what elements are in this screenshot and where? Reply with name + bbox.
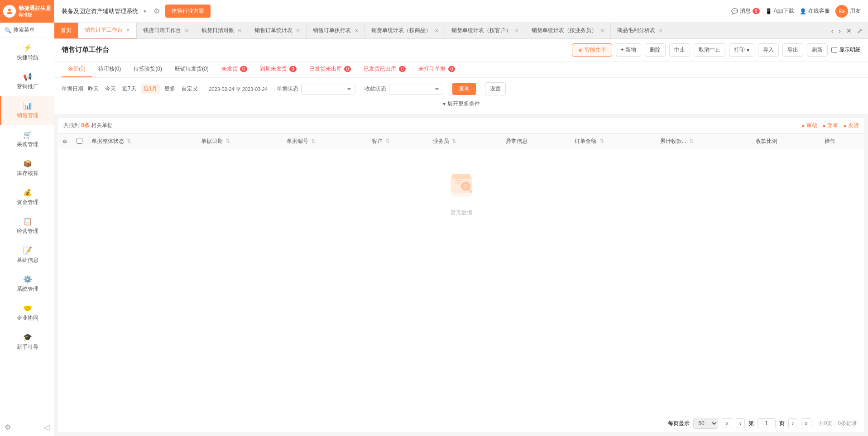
ship-action-btn[interactable]: ● 发货	[844, 122, 859, 129]
tab-close-icon4[interactable]: ✕	[296, 28, 300, 33]
date-opt-1month[interactable]: 近1月	[141, 84, 160, 94]
stop-btn[interactable]: 中止	[669, 43, 690, 57]
app-download-btn[interactable]: 📱 App下载	[765, 7, 794, 15]
sidebar-item-operations[interactable]: 📋 经营管理	[0, 212, 54, 241]
sub-tab-pending-inspect[interactable]: 待拣验货(0)	[127, 62, 168, 77]
sub-tab-all[interactable]: 全部(0)	[62, 62, 92, 77]
tab-close-icon5[interactable]: ✕	[355, 28, 358, 33]
sub-tab-not-printed[interactable]: 未打印单据 0	[412, 62, 461, 77]
tab-sales-stats-staff[interactable]: 销货单统计表（按业务员） ✕	[525, 23, 611, 39]
tab-close-icon[interactable]: ✕	[126, 28, 130, 33]
tab-close-all-btn[interactable]: ✕	[844, 26, 854, 35]
tab-sales-stats-customer[interactable]: 销货单统计表（按客户） ✕	[445, 23, 525, 39]
sidebar-item-inventory[interactable]: 📦 库存核算	[0, 154, 54, 183]
sub-tab-overdue[interactable]: 到期未发货 0	[254, 62, 303, 77]
page-input[interactable]	[758, 418, 776, 428]
column-settings-icon[interactable]: ⚙	[62, 138, 67, 145]
sub-tab-not-shipped[interactable]: 未发货 0	[215, 62, 254, 77]
tab-product-margin[interactable]: 商品毛利分析表 ✕	[611, 23, 669, 39]
date-opt-custom[interactable]: 自定义	[180, 84, 200, 94]
th-actions: 操作	[820, 134, 864, 149]
next-page-btn[interactable]: ›	[788, 418, 797, 428]
sort-status-icon[interactable]: ⇅	[127, 138, 131, 144]
import-btn[interactable]: 导入	[758, 43, 779, 57]
tab-cash-daily[interactable]: 钱货日清工作台 ✕	[137, 23, 195, 39]
sub-tab-shipped-out[interactable]: 已发货已出库 0	[357, 62, 412, 77]
tab-maximize-btn[interactable]: ⤢	[855, 26, 864, 35]
sub-tab-wangpu[interactable]: 旺铺待发货(0)	[168, 62, 215, 77]
sub-tab-pending-review[interactable]: 待审核(0)	[92, 62, 128, 77]
sort-collected-icon[interactable]: ⇅	[689, 138, 694, 144]
export-btn[interactable]: 导出	[782, 43, 803, 57]
payment-select[interactable]	[389, 84, 443, 95]
refresh-btn[interactable]: 刷新	[807, 43, 828, 57]
prev-page-btn[interactable]: ‹	[736, 418, 745, 428]
search-btn[interactable]: 查询	[452, 83, 476, 95]
review-action-btn[interactable]: ● 审核	[801, 122, 817, 129]
settings-icon[interactable]: ⚙	[153, 7, 160, 15]
sidebar-item-sales[interactable]: 📊 销售管理	[0, 96, 54, 125]
sort-customer-icon[interactable]: ⇅	[385, 138, 390, 144]
tab-close-icon3[interactable]: ✕	[238, 28, 241, 33]
sort-amount-icon[interactable]: ⇅	[599, 138, 604, 144]
expand-more-btn[interactable]: ▾ 展开更多条件	[62, 98, 861, 109]
date-opt-today[interactable]: 今天	[103, 84, 118, 94]
sidebar-item-search[interactable]: 🔍 搜索菜单	[0, 23, 54, 38]
tab-home[interactable]: 首页	[54, 23, 78, 39]
status-select[interactable]	[301, 84, 355, 95]
sidebar-item-new-user[interactable]: 🎓 新手引导	[0, 327, 54, 356]
tab-close-icon7[interactable]: ✕	[515, 28, 518, 33]
tab-close-icon9[interactable]: ✕	[659, 28, 662, 33]
settings-bottom-icon[interactable]: ⚙	[5, 423, 11, 431]
date-opt-yesterday[interactable]: 昨天	[86, 84, 101, 94]
tab-close-icon6[interactable]: ✕	[435, 28, 438, 33]
message-btn[interactable]: 💬 消息 6	[731, 7, 760, 15]
add-btn[interactable]: + 新增	[616, 43, 641, 57]
tab-sales-product-label: 销货单统计表（按商品）	[371, 27, 431, 34]
show-detail-checkbox[interactable]	[831, 47, 837, 53]
sub-tab-shipped-not-out[interactable]: 已发货未出库 0	[303, 62, 358, 77]
tab-sales-order-exec[interactable]: 销售订单执行表 ✕	[307, 23, 365, 39]
sort-staff-icon[interactable]: ⇅	[452, 138, 456, 144]
dropdown-arrow-icon[interactable]: ▾	[144, 8, 146, 14]
tab-sales-order-workbench[interactable]: 销售订单工作台 ✕	[78, 23, 137, 39]
show-detail-checkbox-label[interactable]: 显示明细	[831, 46, 861, 54]
date-opt-7days[interactable]: 近7天	[120, 84, 138, 94]
sort-date-icon[interactable]: ⇅	[225, 138, 230, 144]
sidebar-item-quick-nav[interactable]: ⚡ 快捷导航	[0, 38, 54, 67]
tab-next-btn[interactable]: ›	[837, 26, 843, 35]
print-btn[interactable]: 打印 ▾	[729, 43, 754, 57]
shipped-out-badge: 0	[399, 66, 406, 72]
tab-close-icon8[interactable]: ✕	[600, 28, 604, 33]
industry-btn[interactable]: 体验行业方案	[165, 5, 211, 18]
cancel-review-dot: ●	[823, 123, 826, 129]
user-btn[interactable]: Ea 用友	[835, 5, 861, 18]
smart-order-btn[interactable]: ★ 智能生单	[572, 43, 612, 57]
collapse-sidebar-icon[interactable]: ◁	[44, 423, 49, 431]
sidebar-item-purchase[interactable]: 🛒 采购管理	[0, 125, 54, 154]
cancel-review-action-btn[interactable]: ● 弃审	[823, 122, 838, 129]
tab-sales-order-stats[interactable]: 销售订单统计表 ✕	[248, 23, 307, 39]
tab-sales-stats-product[interactable]: 销货单统计表（按商品） ✕	[365, 23, 445, 39]
first-page-btn[interactable]: «	[722, 418, 732, 428]
sidebar-item-base-info[interactable]: 📝 基础信息	[0, 241, 54, 270]
online-service-btn[interactable]: 👤 在线客服	[800, 7, 830, 15]
sub-tab-pending-inspect-label: 待拣验货(0)	[134, 66, 162, 72]
count-suffix: 相关单据	[91, 122, 113, 128]
sidebar-item-system[interactable]: ⚙️ 系统管理	[0, 270, 54, 299]
sidebar-item-corp-collab[interactable]: 🤝 企业协同	[0, 299, 54, 327]
tab-close-icon2[interactable]: ✕	[185, 28, 188, 33]
cancel-stop-btn[interactable]: 取消中止	[694, 43, 725, 57]
page-size-select[interactable]: 50 20 100	[693, 418, 718, 429]
th-number-label: 单据编号	[287, 138, 308, 144]
filter-settings-btn[interactable]: 设置	[485, 82, 506, 95]
date-opt-more[interactable]: 更多	[163, 84, 177, 94]
sidebar-item-finance[interactable]: 💰 资金管理	[0, 183, 54, 212]
sidebar-item-marketing[interactable]: 📢 营销推广	[0, 67, 54, 96]
sort-number-icon[interactable]: ⇅	[311, 138, 316, 144]
delete-btn[interactable]: 删除	[645, 43, 666, 57]
tab-prev-btn[interactable]: ‹	[830, 26, 835, 35]
select-all-checkbox[interactable]	[77, 138, 82, 144]
last-page-btn[interactable]: »	[801, 418, 811, 428]
tab-cash-reconcile[interactable]: 钱货日清对账 ✕	[195, 23, 248, 39]
